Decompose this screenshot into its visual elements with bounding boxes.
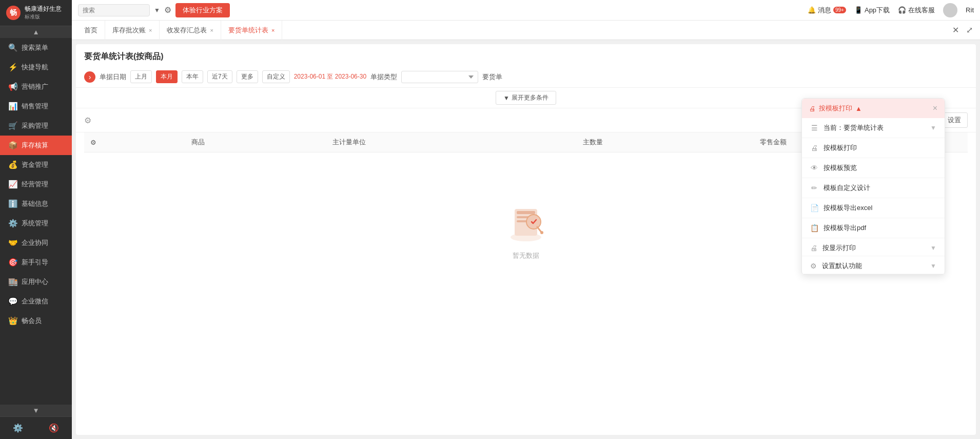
sidebar-item-label: 库存核算 xyxy=(22,141,48,150)
sidebar-item-wechat[interactable]: 💬 企业微信 xyxy=(0,292,72,311)
tab-batch-account[interactable]: 库存批次账 × xyxy=(105,21,160,40)
avatar[interactable] xyxy=(943,3,957,17)
template-export-pdf-icon: 📋 xyxy=(810,224,818,232)
date-btn-7days[interactable]: 近7天 xyxy=(207,70,232,83)
topbar-gear-icon[interactable]: ⚙ xyxy=(164,5,171,15)
print-dropdown: 🖨 按模板打印 ▲ × ☰ 当前：要货单统计表 ▼ 🖨 按模板打印 👁 按模 xyxy=(801,98,945,275)
print-dropdown-header: 🖨 按模板打印 ▲ × xyxy=(802,99,945,118)
template-print-item[interactable]: 🖨 按模板打印 xyxy=(802,138,945,158)
sidebar-item-label: 资金管理 xyxy=(22,160,48,169)
download-icon: 📱 xyxy=(854,6,863,14)
tab-order-stats-close[interactable]: × xyxy=(271,27,275,33)
app-logo: 畅 畅康通好生意 标准版 xyxy=(0,0,72,26)
svg-rect-2 xyxy=(517,211,535,214)
online-service-btn[interactable]: 🎧 在线客服 xyxy=(898,6,935,15)
search-icon: 🔍 xyxy=(8,43,17,52)
tabs-end: ✕ ⤢ xyxy=(950,23,975,37)
sidebar-item-shortcut[interactable]: ⚡ 快捷导航 xyxy=(0,58,72,77)
username: Rit xyxy=(966,6,974,14)
sidebar-item-marketing[interactable]: 📢 营销推广 xyxy=(0,77,72,97)
set-default-item[interactable]: ⚙ 设置默认功能 ▼ xyxy=(802,256,945,274)
industry-btn[interactable]: 体验行业方案 xyxy=(175,3,230,17)
template-export-excel-label: 按模板导出excel xyxy=(824,203,872,213)
notification-btn[interactable]: 🔔 消息 99+ xyxy=(808,6,846,15)
bell-icon: 🔔 xyxy=(808,6,816,14)
svg-rect-4 xyxy=(517,220,527,222)
template-export-pdf-label: 按模板导出pdf xyxy=(824,223,866,233)
template-preview-item[interactable]: 👁 按模板预览 xyxy=(802,158,945,178)
tab-close-all-btn[interactable]: ✕ xyxy=(950,23,961,37)
member-icon: 👑 xyxy=(8,316,17,326)
sidebar-item-collab[interactable]: 🤝 企业协同 xyxy=(0,233,72,253)
display-print-label: 按显示打印 xyxy=(822,243,856,253)
tab-maximize-btn[interactable]: ⤢ xyxy=(964,23,975,37)
appstore-icon: 🏬 xyxy=(8,277,17,287)
date-btn-lastmonth[interactable]: 上月 xyxy=(130,70,152,83)
template-print-label: 按模板打印 xyxy=(824,143,857,152)
app-download-btn[interactable]: 📱 App下载 xyxy=(854,6,890,15)
topbar: ▼ ⚙ 体验行业方案 🔔 消息 99+ 📱 App下载 🎧 在线客服 Rit xyxy=(72,0,980,21)
template-export-pdf-item[interactable]: 📋 按模板导出pdf xyxy=(802,218,945,238)
guide-icon: 🎯 xyxy=(8,258,17,267)
date-btn-thisyear[interactable]: 本年 xyxy=(182,70,203,83)
sidebar-item-finance[interactable]: 💰 资金管理 xyxy=(0,155,72,175)
sidebar-item-appstore[interactable]: 🏬 应用中心 xyxy=(0,272,72,292)
logo-badge: 标准版 xyxy=(25,13,62,21)
template-preview-label: 按模板预览 xyxy=(824,163,857,173)
shortcut-icon: ⚡ xyxy=(8,63,17,72)
display-print-item[interactable]: 🖨 按显示打印 ▼ xyxy=(802,238,945,256)
order-type-select[interactable] xyxy=(401,71,478,83)
sidebar-menu: 🔍 搜索菜单 ⚡ 快捷导航 📢 营销推广 📊 销售管理 🛒 采购管理 📦 库存核… xyxy=(0,38,72,405)
col-product: 商品 xyxy=(185,132,326,152)
svg-point-6 xyxy=(540,231,543,234)
expand-more-btn[interactable]: ▼ 展开更多条件 xyxy=(496,91,556,105)
sidebar-scroll-up[interactable]: ▲ xyxy=(0,26,72,38)
sound-icon[interactable]: 🔇 xyxy=(47,421,61,435)
sidebar-item-member[interactable]: 👑 畅会员 xyxy=(0,311,72,331)
tab-receipt-summary-close[interactable]: × xyxy=(210,27,213,33)
settings-icon[interactable]: ⚙️ xyxy=(11,421,25,435)
sidebar-item-system[interactable]: ⚙️ 系统管理 xyxy=(0,214,72,233)
sidebar-item-search[interactable]: 🔍 搜索菜单 xyxy=(0,38,72,58)
date-label: 单据日期 xyxy=(100,72,126,82)
sidebar-item-inventory[interactable]: 📦 库存核算 xyxy=(0,136,72,155)
date-btn-custom[interactable]: 自定义 xyxy=(262,70,290,83)
tab-batch-account-close[interactable]: × xyxy=(149,27,152,33)
gear-icon[interactable]: ⚙ xyxy=(84,116,91,125)
sidebar: 畅 畅康通好生意 标准版 ▲ 🔍 搜索菜单 ⚡ 快捷导航 📢 营销推广 📊 销售… xyxy=(0,0,72,439)
tab-home[interactable]: 首页 xyxy=(77,21,105,40)
sidebar-item-operation[interactable]: 📈 经营管理 xyxy=(0,175,72,194)
topbar-dropdown-icon[interactable]: ▼ xyxy=(154,7,160,14)
topbar-search-input[interactable] xyxy=(78,4,150,16)
template-preview-icon: 👁 xyxy=(810,164,818,172)
col-gear[interactable]: ⚙ xyxy=(84,132,185,152)
template-export-excel-item[interactable]: 📄 按模板导出excel xyxy=(802,198,945,218)
sidebar-item-basic[interactable]: ℹ️ 基础信息 xyxy=(0,194,72,214)
printer-icon: 🖨 xyxy=(809,105,816,112)
page-title: 要货单统计表(按商品) xyxy=(76,44,976,66)
template-custom-icon: ✏ xyxy=(810,184,818,192)
sidebar-item-label: 畅会员 xyxy=(22,316,42,326)
filter-bar: › 单据日期 上月 本月 本年 近7天 更多 自定义 2023-06-01 至 … xyxy=(76,66,976,88)
tabs-bar: 首页 库存批次账 × 收发存汇总表 × 要货单统计表 × ✕ ⤢ xyxy=(72,21,980,40)
set-default-arrow: ▼ xyxy=(930,262,936,270)
filter-expand-btn[interactable]: › xyxy=(84,71,95,83)
tab-order-stats[interactable]: 要货单统计表 × xyxy=(221,21,282,40)
sidebar-scroll-down[interactable]: ▼ xyxy=(0,405,72,416)
sidebar-item-purchase[interactable]: 🛒 采购管理 xyxy=(0,116,72,136)
print-dropdown-close-btn[interactable]: × xyxy=(933,104,937,113)
sidebar-item-label: 采购管理 xyxy=(22,121,48,130)
current-template-item[interactable]: ☰ 当前：要货单统计表 ▼ xyxy=(802,118,945,138)
expand-label: 展开更多条件 xyxy=(512,93,548,102)
set-default-label: 设置默认功能 xyxy=(822,261,862,271)
basic-icon: ℹ️ xyxy=(8,199,17,208)
sidebar-item-label: 企业协同 xyxy=(22,238,48,247)
date-btn-thismonth[interactable]: 本月 xyxy=(156,70,178,83)
sidebar-item-label: 企业微信 xyxy=(22,297,48,306)
sidebar-item-sales[interactable]: 📊 销售管理 xyxy=(0,97,72,116)
col-quantity: 主数量 xyxy=(577,132,754,152)
tab-receipt-summary[interactable]: 收发存汇总表 × xyxy=(160,21,221,40)
sidebar-item-guide[interactable]: 🎯 新手引导 xyxy=(0,253,72,272)
date-btn-more[interactable]: 更多 xyxy=(237,70,258,83)
template-custom-item[interactable]: ✏ 模板自定义设计 xyxy=(802,178,945,198)
